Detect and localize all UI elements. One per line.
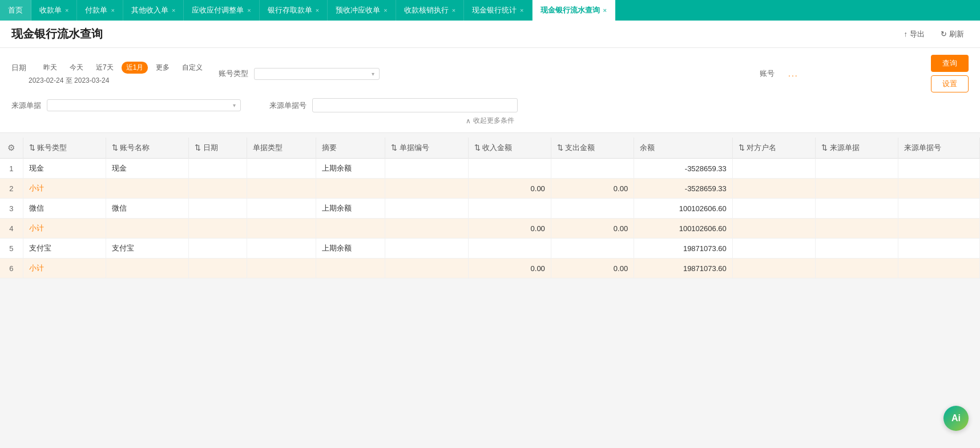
th-source-doc-no-label: 来源单据号 [904,143,941,152]
close-bank-flow-icon[interactable]: × [603,7,607,14]
nav-item-home[interactable]: 首页 [0,0,31,21]
th-date[interactable]: ⇅ 日期 [189,138,247,159]
nav-item-bank-flow[interactable]: 现金银行流水查询 × [533,0,615,21]
table-settings-icon[interactable]: ⚙ [7,143,15,152]
nav-item-bank-deposit[interactable]: 银行存取款单 × [260,0,328,21]
row-num: 3 [0,199,23,219]
close-other-income-icon[interactable]: × [172,7,175,14]
row-num: 6 [0,259,23,279]
th-account-type[interactable]: ⇅ 账号类型 [23,138,106,159]
cell-source-doc-no [898,219,980,239]
cell-account-name: 微信 [106,199,188,219]
cell-summary: 上期余额 [316,159,385,179]
th-summary: 摘要 [316,138,385,159]
action-buttons: 查询 设置 [931,55,969,92]
nav-item-payment[interactable]: 付款单 × [77,0,123,21]
th-income[interactable]: ⇅ 收入金额 [468,138,551,159]
account-num-label: 账号 [760,68,783,79]
filter-row-1: 日期 昨天 今天 近7天 近1月 更多 自定义 2023-02-24 至 202… [11,55,969,92]
cell-source-doc [816,219,898,239]
settings-button[interactable]: 设置 [931,75,969,92]
account-num-ellipsis[interactable]: ... [788,69,798,78]
close-payment-icon[interactable]: × [111,7,114,14]
collapse-bar[interactable]: ∧ 收起更多条件 [11,112,969,128]
date-btn-today[interactable]: 今天 [65,62,88,74]
date-btn-more[interactable]: 更多 [151,62,174,74]
date-btn-custom[interactable]: 自定义 [178,62,207,74]
row-num: 1 [0,159,23,179]
export-button[interactable]: ↑ 导出 [900,27,930,42]
th-doc-type-label: 单据类型 [253,143,283,152]
nav-item-bank-stats[interactable]: 现金银行统计 × [464,0,532,21]
page-title: 现金银行流水查询 [11,26,103,42]
cell-date [189,239,247,259]
th-doc-no[interactable]: ⇅ 单据编号 [385,138,468,159]
cell-source-doc [816,179,898,199]
nav-item-other-income[interactable]: 其他收入单 × [123,0,184,21]
cell-source-doc-no [898,239,980,259]
cell-doc-no [385,159,468,179]
cell-balance: 100102606.60 [634,219,733,239]
refresh-button[interactable]: ↻ 刷新 [936,27,969,42]
date-btn-7days[interactable]: 近7天 [91,62,118,74]
th-doc-type: 单据类型 [247,138,316,159]
close-bank-stats-icon[interactable]: × [520,7,523,14]
cell-doc-type [247,219,316,239]
close-advance-icon[interactable]: × [384,7,387,14]
cell-counterparty [732,159,815,179]
filter-row-2: 来源单据 ▾ 来源单据号 [11,98,969,112]
table-row: 5支付宝支付宝上期余额19871073.60 [0,239,980,259]
date-label: 日期 [11,63,34,73]
th-account-name-label: ⇅ 账号名称 [112,143,150,152]
cell-source-doc-no [898,179,980,199]
cell-income [468,159,551,179]
cell-account-name: 现金 [106,159,188,179]
cell-doc-type [247,159,316,179]
cell-doc-no [385,199,468,219]
close-verification-icon[interactable]: × [452,7,455,14]
cell-account-name [106,259,188,279]
date-row1: 日期 昨天 今天 近7天 近1月 更多 自定义 [11,62,207,74]
account-type-select[interactable]: ▾ [254,68,380,80]
source-doc-select[interactable]: ▾ [47,99,241,111]
cell-summary [316,259,385,279]
cell-date [189,199,247,219]
th-income-label: ⇅ 收入金额 [474,143,513,152]
header-actions: ↑ 导出 ↻ 刷新 [900,27,969,42]
cell-expense: 0.00 [551,259,634,279]
th-gear: ⚙ [0,138,23,159]
nav-label-bank-stats: 现金银行统计 [472,5,517,15]
cell-counterparty [732,219,815,239]
cell-expense [551,159,634,179]
account-type-label: 账号类型 [219,68,248,79]
cell-income [468,199,551,219]
date-btn-1month[interactable]: 近1月 [122,62,148,74]
table-row: 3微信微信上期余额100102606.60 [0,199,980,219]
th-account-name[interactable]: ⇅ 账号名称 [106,138,188,159]
cell-account-type: 小计 [23,179,106,199]
nav-item-advance[interactable]: 预收冲应收单 × [328,0,396,21]
nav-item-ar-adjust[interactable]: 应收应付调整单 × [184,0,259,21]
close-bank-deposit-icon[interactable]: × [316,7,319,14]
th-source-doc-label: ⇅ 来源单据 [821,143,860,152]
source-doc-num-input[interactable] [312,98,518,112]
cell-counterparty [732,179,815,199]
nav-item-verification[interactable]: 收款核销执行 × [396,0,464,21]
row-num: 4 [0,219,23,239]
cell-summary [316,179,385,199]
th-expense[interactable]: ⇅ 支出金额 [551,138,634,159]
close-receipt-icon[interactable]: × [65,7,68,14]
source-doc-num-label: 来源单据号 [269,100,306,111]
close-ar-adjust-icon[interactable]: × [247,7,251,14]
collapse-label: 收起更多条件 [473,116,514,126]
th-source-doc[interactable]: ⇅ 来源单据 [816,138,898,159]
page-header: 现金银行流水查询 ↑ 导出 ↻ 刷新 [0,21,980,48]
th-counterparty[interactable]: ⇅ 对方户名 [732,138,815,159]
export-icon: ↑ [904,30,908,38]
cell-account-name: 支付宝 [106,239,188,259]
account-type-filter: 账号类型 ▾ [219,68,748,80]
table-row: 4小计0.000.00100102606.60 [0,219,980,239]
query-button[interactable]: 查询 [931,55,969,72]
date-btn-yesterday[interactable]: 昨天 [39,62,62,74]
nav-item-receipt[interactable]: 收款单 × [31,0,77,21]
